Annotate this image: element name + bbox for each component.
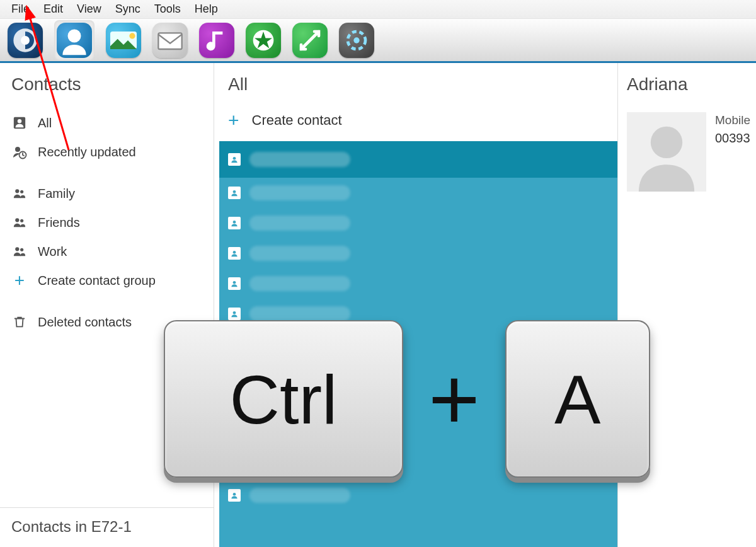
group-icon — [11, 243, 28, 260]
svg-point-18 — [15, 247, 19, 251]
toolbar — [0, 19, 756, 63]
sidebar-item-label: All — [38, 116, 52, 130]
menu-edit[interactable]: Edit — [43, 3, 63, 16]
sidebar-item-label: Friends — [38, 216, 80, 230]
svg-point-9 — [353, 37, 359, 43]
contact-name-blurred — [249, 427, 350, 442]
contact-row[interactable] — [219, 359, 617, 389]
svg-point-26 — [233, 342, 236, 345]
contact-row[interactable] — [219, 268, 617, 299]
person-icon — [228, 187, 241, 199]
contacts-icon[interactable] — [54, 20, 94, 60]
contact-name-blurred — [249, 276, 350, 291]
sidebar-title: Contacts — [0, 74, 214, 108]
sidebar-item-label: Create contact group — [38, 274, 156, 288]
contact-row[interactable] — [219, 299, 617, 329]
sidebar-create-group[interactable]: + Create contact group — [0, 266, 214, 295]
sidebar-item-label: Deleted contacts — [38, 315, 132, 330]
svg-rect-6 — [158, 33, 181, 49]
menu-file[interactable]: File — [11, 3, 30, 16]
svg-point-24 — [233, 281, 236, 284]
svg-point-23 — [233, 251, 236, 254]
svg-point-29 — [233, 432, 236, 435]
contact-name-blurred — [249, 337, 350, 352]
person-icon — [11, 115, 28, 131]
svg-point-2 — [21, 36, 30, 45]
sidebar-group-friends[interactable]: Friends — [0, 208, 214, 237]
person-icon — [228, 429, 241, 441]
contact-row[interactable] — [219, 238, 617, 268]
sidebar-item-label: Recently updated — [38, 145, 136, 159]
create-contact-label: Create contact — [252, 112, 342, 129]
list-title: All — [214, 74, 617, 106]
contact-row[interactable] — [219, 389, 617, 420]
contact-name-blurred — [249, 397, 350, 412]
contact-name-blurred — [249, 246, 350, 261]
contact-list-panel: All + Create contact — [214, 63, 617, 547]
contact-name-blurred — [249, 458, 350, 473]
contact-row[interactable] — [219, 420, 617, 450]
contact-row[interactable] — [219, 450, 617, 480]
contact-name-blurred — [249, 185, 350, 200]
svg-point-19 — [20, 248, 23, 251]
group-icon — [11, 214, 28, 231]
sidebar-item-all[interactable]: All — [0, 108, 214, 137]
person-icon — [228, 459, 241, 471]
music-icon[interactable] — [199, 23, 234, 58]
contact-name-blurred — [249, 306, 350, 321]
contact-name-blurred — [249, 216, 350, 231]
sidebar: Contacts All Recently updated Family Fri… — [0, 63, 214, 547]
contact-row[interactable] — [219, 480, 617, 510]
contact-name-blurred — [249, 152, 350, 167]
contact-name: Adriana — [627, 74, 756, 95]
detail-field-label: Mobile — [715, 113, 750, 127]
svg-point-27 — [233, 372, 236, 375]
contact-list[interactable] — [219, 141, 617, 547]
person-icon — [228, 398, 241, 411]
contact-row[interactable] — [219, 208, 617, 238]
sidebar-deleted[interactable]: Deleted contacts — [0, 308, 214, 337]
sidebar-group-family[interactable]: Family — [0, 179, 214, 208]
menu-tools[interactable]: Tools — [154, 3, 181, 16]
svg-point-15 — [20, 190, 23, 193]
store-icon[interactable] — [292, 23, 328, 58]
group-icon — [11, 185, 28, 202]
menu-sync[interactable]: Sync — [115, 3, 140, 16]
sidebar-item-label: Family — [38, 187, 75, 201]
person-icon — [228, 308, 241, 320]
svg-point-21 — [233, 190, 236, 193]
sidebar-group-work[interactable]: Work — [0, 237, 214, 266]
contact-name-blurred — [249, 488, 350, 503]
person-icon — [228, 217, 241, 229]
contact-row[interactable] — [219, 329, 617, 359]
svg-point-14 — [15, 189, 19, 193]
contact-row[interactable] — [219, 141, 617, 178]
contact-details-panel: Adriana Mobile 00393 — [617, 63, 756, 547]
maps-icon[interactable] — [246, 23, 281, 58]
svg-point-17 — [20, 219, 23, 222]
sidebar-item-recent[interactable]: Recently updated — [0, 137, 214, 166]
sidebar-footer: Contacts in E72-1 — [0, 507, 214, 547]
svg-point-5 — [129, 33, 135, 38]
menu-view[interactable]: View — [77, 3, 101, 16]
contact-row[interactable] — [219, 178, 617, 208]
photos-icon[interactable] — [106, 23, 141, 58]
contact-name-blurred — [249, 367, 350, 382]
menu-bar: File Edit View Sync Tools Help — [0, 0, 756, 19]
svg-point-28 — [233, 402, 236, 405]
svg-point-22 — [233, 221, 236, 224]
avatar — [627, 112, 706, 192]
person-icon — [228, 277, 241, 290]
svg-point-32 — [651, 127, 682, 158]
svg-point-30 — [233, 463, 236, 466]
settings-icon[interactable] — [339, 23, 374, 58]
person-clock-icon — [11, 144, 28, 160]
menu-help[interactable]: Help — [195, 3, 218, 16]
home-icon[interactable] — [8, 23, 43, 58]
plus-icon: + — [11, 272, 28, 289]
svg-point-25 — [233, 311, 236, 314]
messages-icon[interactable] — [152, 23, 188, 58]
create-contact-button[interactable]: + Create contact — [214, 106, 617, 141]
svg-point-12 — [15, 147, 20, 152]
person-icon — [228, 153, 241, 166]
